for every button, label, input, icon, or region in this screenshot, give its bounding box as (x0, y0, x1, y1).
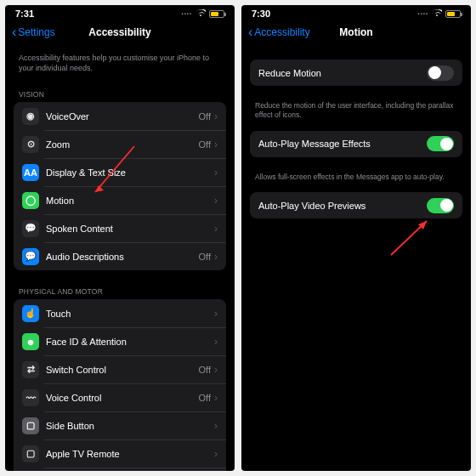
toggle-row[interactable]: Auto-Play Video Previews (250, 192, 462, 218)
nav-bar: ‹ Accessibility Motion (241, 20, 471, 48)
row-label: Zoom (46, 139, 199, 150)
row-value: Off (199, 139, 211, 150)
chevron-right-icon: › (214, 392, 218, 404)
row-label: Face ID & Attention (46, 337, 214, 347)
row-value: Off (199, 111, 211, 122)
back-button[interactable]: ‹ Settings (12, 26, 55, 39)
row-label: Side Button (46, 421, 214, 431)
row-label: Audio Descriptions (46, 252, 199, 262)
section-header: VISION (14, 85, 226, 102)
row-label: Motion (46, 196, 214, 206)
row-icon: ▢ (22, 445, 39, 462)
chevron-right-icon: › (214, 364, 218, 376)
status-time: 7:31 (15, 8, 34, 19)
settings-row[interactable]: ▢Apple TV Remote› (14, 439, 226, 468)
section-footer: Allows full-screen effects in the Messag… (250, 169, 462, 192)
chevron-right-icon: › (214, 110, 218, 122)
settings-row[interactable]: 💬Spoken Content› (14, 214, 226, 242)
row-icon: ⊙ (22, 136, 39, 153)
chevron-right-icon: › (214, 167, 218, 178)
settings-row[interactable]: AADisplay & Text Size› (14, 158, 226, 186)
settings-row[interactable]: ▢Side Button› (14, 411, 226, 439)
phone-right: 7:30 •••• ‹ Accessibility Motion Reduce … (241, 5, 471, 471)
settings-scroll[interactable]: Accessibility features help you customis… (5, 48, 235, 471)
section-header: PHYSICAL AND MOTOR (14, 282, 226, 299)
row-icon: 〰 (22, 389, 39, 406)
row-icon: ⇄ (22, 361, 39, 378)
toggle-switch[interactable] (427, 198, 454, 213)
chevron-right-icon: › (214, 223, 218, 235)
row-label: Reduce Motion (258, 68, 427, 78)
phone-left: 7:31 •••• ‹ Settings Accessibility Acces… (5, 5, 235, 471)
row-label: Touch (46, 309, 214, 319)
row-value: Off (199, 252, 211, 262)
toggle-switch[interactable] (427, 136, 454, 151)
settings-group: Reduce Motion (250, 60, 462, 86)
status-time: 7:30 (252, 8, 270, 19)
chevron-right-icon: › (214, 195, 218, 207)
row-label: Auto-Play Video Previews (258, 201, 427, 211)
status-bar: 7:31 •••• (5, 5, 235, 20)
row-icon: 💬 (22, 248, 39, 265)
settings-row[interactable]: ◯Motion› (14, 186, 226, 214)
back-label: Accessibility (254, 26, 309, 38)
toggle-row[interactable]: Auto-Play Message Effects (250, 131, 462, 157)
settings-row[interactable]: ⇄Switch ControlOff› (14, 355, 226, 383)
toggle-row[interactable]: Reduce Motion (250, 60, 462, 86)
chevron-right-icon: › (214, 336, 218, 348)
row-icon: ▢ (22, 417, 39, 434)
row-value: Off (199, 365, 211, 375)
wifi-icon (196, 9, 206, 19)
settings-group: ◉VoiceOverOff›⊙ZoomOff›AADisplay & Text … (14, 102, 226, 270)
chevron-right-icon: › (214, 308, 218, 320)
row-icon: ☻ (22, 333, 39, 350)
status-bar: 7:30 •••• (241, 5, 471, 20)
settings-row[interactable]: ◉VoiceOverOff› (14, 102, 226, 130)
row-label: Display & Text Size (46, 167, 214, 178)
settings-group: Auto-Play Message Effects (250, 131, 462, 157)
row-icon: ☝ (22, 305, 39, 322)
row-label: Auto-Play Message Effects (258, 139, 427, 149)
settings-row[interactable]: ☝Touch› (14, 299, 226, 327)
chevron-right-icon: › (214, 251, 218, 263)
row-label: Spoken Content (46, 224, 214, 234)
back-button[interactable]: ‹ Accessibility (248, 26, 310, 39)
chevron-left-icon: ‹ (12, 26, 16, 39)
chevron-right-icon: › (214, 420, 218, 432)
settings-row[interactable]: ⊙ZoomOff› (14, 130, 226, 158)
settings-row[interactable]: ☻Face ID & Attention› (14, 327, 226, 355)
settings-row[interactable]: 💬Audio DescriptionsOff› (14, 242, 226, 270)
wifi-icon (432, 9, 442, 19)
row-icon: ◉ (22, 108, 39, 125)
settings-group: Auto-Play Video Previews (250, 192, 462, 218)
battery-icon (445, 10, 461, 18)
back-label: Settings (18, 26, 54, 38)
settings-row[interactable]: 〰Voice ControlOff› (14, 383, 226, 411)
intro-text: Accessibility features help you customis… (14, 48, 226, 85)
row-icon: ◯ (22, 192, 39, 209)
row-label: Apple TV Remote (46, 449, 214, 459)
status-dots: •••• (418, 11, 428, 16)
battery-icon (209, 10, 224, 18)
nav-bar: ‹ Settings Accessibility (5, 20, 235, 48)
chevron-right-icon: › (214, 448, 218, 460)
toggle-switch[interactable] (427, 65, 454, 81)
section-footer: Reduce the motion of the user interface,… (250, 98, 462, 131)
row-value: Off (199, 393, 211, 403)
row-icon: 💬 (22, 220, 39, 237)
row-icon: AA (22, 164, 39, 181)
row-label: Voice Control (46, 393, 199, 403)
motion-scroll[interactable]: Reduce MotionReduce the motion of the us… (241, 48, 471, 471)
row-label: Switch Control (46, 365, 199, 375)
status-dots: •••• (182, 11, 192, 16)
row-label: VoiceOver (46, 111, 199, 122)
chevron-left-icon: ‹ (248, 26, 252, 39)
chevron-right-icon: › (214, 139, 218, 150)
settings-group: ☝Touch›☻Face ID & Attention›⇄Switch Cont… (14, 299, 226, 471)
settings-row[interactable]: ⌨Keyboards› (14, 468, 226, 471)
